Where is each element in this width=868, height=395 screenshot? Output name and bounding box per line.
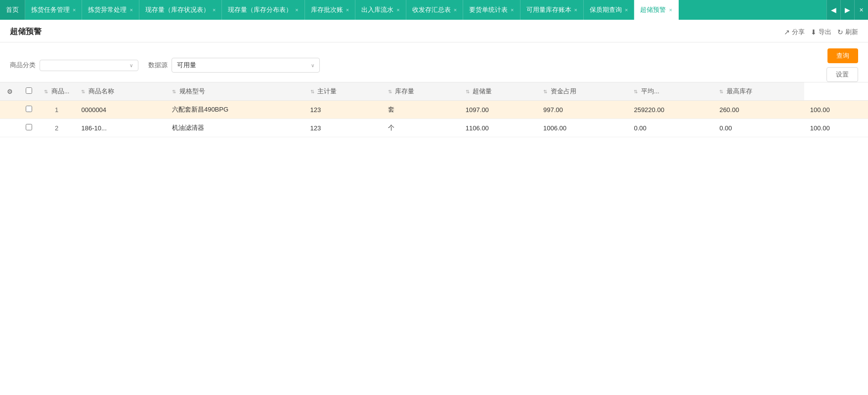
page-title: 超储预警	[10, 27, 42, 37]
nav-arrow-right[interactable]: ▶	[840, 0, 854, 20]
nav-item-collect-send[interactable]: 收发存汇总表 ×	[406, 0, 463, 20]
th-stock[interactable]: ⇅ 库存量	[382, 82, 460, 101]
nav-arrows: ◀ ▶ ×	[826, 0, 868, 20]
datasource-select[interactable]: 可用量 ∨	[172, 58, 320, 73]
nav-close-task-mgmt[interactable]: ×	[73, 7, 76, 13]
row-select-0[interactable]	[26, 106, 32, 112]
nav-close-collect-send[interactable]: ×	[454, 7, 457, 13]
filter-datasource: 数据源 可用量 ∨	[148, 58, 320, 73]
row-product-name-1: 机油滤清器	[166, 119, 304, 137]
settings-button[interactable]: 设置	[826, 67, 858, 82]
nav-close-quality-check[interactable]: ×	[625, 7, 628, 13]
datasource-label: 数据源	[148, 61, 168, 70]
th-capital[interactable]: ⇅ 资金占用	[537, 82, 628, 101]
filter-product-category: 商品分类 ∨	[10, 60, 138, 71]
sort-icon-product-name: ⇅	[81, 89, 85, 94]
th-unit[interactable]: ⇅ 主计量	[304, 82, 382, 101]
header-actions: ↗ 分享 ⬇ 导出 ↻ 刷新	[784, 28, 858, 37]
nav-label-inventory-status: 现存量（库存状况表）	[145, 5, 210, 14]
gear-icon[interactable]: ⚙	[7, 88, 13, 95]
row-gear-0	[0, 101, 20, 119]
row-overstock-0: 997.00	[537, 101, 628, 119]
table-row: 1 0000004 六配套新昌490BPG 123 套 1097.00 997.…	[0, 101, 868, 119]
query-button[interactable]: 查询	[827, 48, 858, 63]
nav-item-inout-flow[interactable]: 出入库流水 ×	[355, 0, 406, 20]
nav-label-collect-send: 收发存汇总表	[412, 5, 451, 14]
nav-close-inventory-status[interactable]: ×	[213, 7, 216, 13]
sort-icon-spec: ⇅	[172, 89, 176, 94]
row-avg-0: 260.00	[713, 101, 804, 119]
row-unit-1: 个	[382, 119, 460, 137]
refresh-icon: ↻	[837, 28, 843, 36]
row-unit-0: 套	[382, 101, 460, 119]
row-capital-0: 259220.00	[628, 101, 713, 119]
nav-item-overstock[interactable]: 超储预警 ×	[634, 0, 678, 20]
nav-close-inout-flow[interactable]: ×	[396, 7, 399, 13]
nav-close-overstock[interactable]: ×	[669, 7, 672, 13]
th-product-code[interactable]: ⇅ 商品...	[38, 82, 75, 101]
th-spec[interactable]: ⇅ 规格型号	[166, 82, 304, 101]
table-header-row: ⚙ ⇅ 商品... ⇅ 商品名称 ⇅ 规格型号	[0, 82, 868, 101]
row-spec-0: 123	[304, 101, 382, 119]
nav-arrow-left[interactable]: ◀	[826, 0, 840, 20]
nav-close-inventory-dist[interactable]: ×	[295, 7, 298, 13]
nav-label-order-stat: 要货单统计表	[469, 5, 508, 14]
row-product-code-0: 0000004	[75, 101, 166, 119]
datasource-chevron-icon: ∨	[311, 63, 314, 68]
row-checkbox-1[interactable]	[20, 119, 38, 137]
share-button[interactable]: ↗ 分享	[784, 28, 805, 37]
datasource-value: 可用量	[177, 61, 196, 70]
nav-close-batch[interactable]: ×	[346, 7, 349, 13]
product-category-select[interactable]: ∨	[40, 60, 138, 71]
row-max-stock-0: 100.00	[804, 101, 868, 119]
row-stock-0: 1097.00	[460, 101, 537, 119]
nav-label-batch: 库存批次账	[311, 5, 343, 14]
export-button[interactable]: ⬇ 导出	[811, 28, 831, 37]
th-overstock[interactable]: ⇅ 超储量	[460, 82, 537, 101]
nav-item-batch[interactable]: 库存批次账 ×	[305, 0, 355, 20]
select-all-checkbox[interactable]	[26, 87, 32, 94]
sort-icon-max-stock: ⇅	[719, 89, 723, 94]
nav-arrow-close-all[interactable]: ×	[854, 0, 868, 20]
row-select-1[interactable]	[26, 124, 32, 130]
row-checkbox-0[interactable]	[20, 101, 38, 119]
th-avg[interactable]: ⇅ 平均...	[628, 82, 713, 101]
row-num-1: 2	[38, 119, 75, 137]
product-category-label: 商品分类	[10, 61, 36, 70]
export-label: 导出	[819, 28, 831, 37]
sort-icon-avg: ⇅	[634, 89, 638, 94]
table-row: 2 186-10... 机油滤清器 123 个 1106.00 1006.00 …	[0, 119, 868, 137]
table-container: ⚙ ⇅ 商品... ⇅ 商品名称 ⇅ 规格型号	[0, 82, 868, 137]
nav-label-abnormal: 拣货异常处理	[88, 5, 127, 14]
nav-label-inout-flow: 出入库流水	[361, 5, 393, 14]
nav-item-order-stat[interactable]: 要货单统计表 ×	[463, 0, 520, 20]
filter-right: 查询 设置	[826, 48, 858, 82]
nav-label-overstock: 超储预警	[640, 5, 666, 14]
table-body: 1 0000004 六配套新昌490BPG 123 套 1097.00 997.…	[0, 101, 868, 137]
export-icon: ⬇	[811, 28, 817, 36]
share-icon: ↗	[784, 28, 790, 36]
nav-item-task-mgmt[interactable]: 拣货任务管理 ×	[25, 0, 82, 20]
nav-item-inventory-dist[interactable]: 现存量（库存分布表） ×	[222, 0, 304, 20]
sort-icon-capital: ⇅	[543, 89, 547, 94]
row-max-stock-1: 100.00	[804, 119, 868, 137]
row-spec-1: 123	[304, 119, 382, 137]
nav-close-order-stat[interactable]: ×	[511, 7, 514, 13]
row-product-name-0: 六配套新昌490BPG	[166, 101, 304, 119]
nav-item-inventory-status[interactable]: 现存量（库存状况表） ×	[139, 0, 222, 20]
nav-close-avail-ledger[interactable]: ×	[574, 7, 577, 13]
row-product-code-1: 186-10...	[75, 119, 166, 137]
nav-item-home[interactable]: 首页	[0, 0, 25, 20]
nav-label-avail-ledger: 可用量库存账本	[526, 5, 571, 14]
top-navigation: 首页 拣货任务管理 × 拣货异常处理 × 现存量（库存状况表） × 现存量（库存…	[0, 0, 868, 20]
nav-close-abnormal[interactable]: ×	[130, 7, 132, 13]
nav-item-quality-check[interactable]: 保质期查询 ×	[584, 0, 634, 20]
nav-item-abnormal[interactable]: 拣货异常处理 ×	[82, 0, 139, 20]
th-max-stock[interactable]: ⇅ 最高库存	[713, 82, 804, 101]
nav-item-avail-ledger[interactable]: 可用量库存账本 ×	[521, 0, 584, 20]
refresh-button[interactable]: ↻ 刷新	[837, 28, 858, 37]
nav-label-quality-check: 保质期查询	[590, 5, 622, 14]
th-product-name[interactable]: ⇅ 商品名称	[75, 82, 166, 101]
row-capital-1: 0.00	[628, 119, 713, 137]
row-avg-1: 0.00	[713, 119, 804, 137]
